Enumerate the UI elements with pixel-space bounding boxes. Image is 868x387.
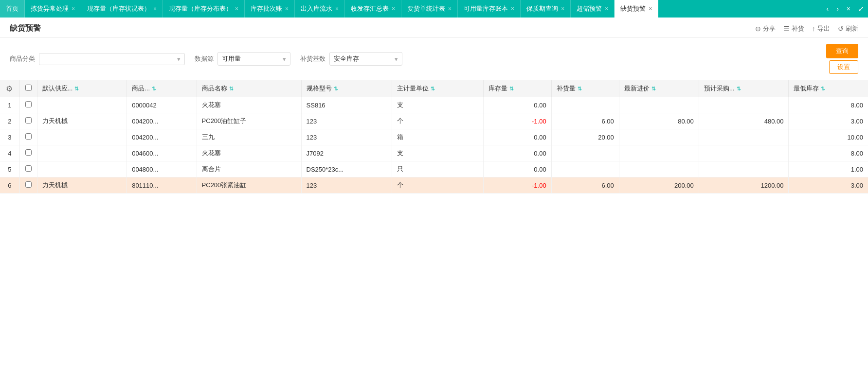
category-chevron-icon: ▾: [177, 55, 181, 63]
cell-latest-price-4: [619, 145, 699, 161]
cell-supplier-4: [37, 145, 127, 161]
settings-button[interactable]: 设置: [829, 60, 858, 74]
cell-min-stock-3: 10.00: [789, 129, 868, 145]
th-estimated: 预计采购... ⇅: [699, 80, 789, 97]
datasource-select[interactable]: 可用量 ▾: [217, 52, 290, 66]
sort-name-icon: ⇅: [229, 86, 234, 92]
tab-requisition[interactable]: 要货单统计表 ×: [401, 0, 458, 18]
cell-code-5: 004800...: [127, 161, 197, 177]
export-button[interactable]: ↑ 导出: [812, 24, 830, 33]
cell-replenish-qty-4: [551, 145, 619, 161]
cell-estimated-2: 480.00: [699, 113, 789, 129]
tab-close-expiry[interactable]: ×: [561, 5, 564, 12]
tab-home[interactable]: 首页: [0, 0, 25, 18]
row-checkbox-5[interactable]: [25, 165, 32, 172]
cell-latest-price-1: [619, 97, 699, 113]
table-row: 3 004200... 三九 123 箱 0.00 20.00 10.00: [0, 129, 868, 145]
table-container: ⚙ 默认供应... ⇅ 商品... ⇅: [0, 80, 868, 194]
replenish-button[interactable]: ☰ 补货: [783, 24, 804, 33]
cell-name-6: PC200张紧油缸: [197, 177, 301, 194]
tab-close-flow[interactable]: ×: [335, 5, 339, 12]
tab-overstock[interactable]: 超储预警 ×: [571, 0, 615, 18]
tab-close-inventory-dist[interactable]: ×: [235, 5, 238, 12]
refresh-button[interactable]: ↺ 刷新: [838, 24, 858, 33]
filter-actions: 查询 设置: [826, 44, 858, 74]
row-checkbox-cell-5: [19, 161, 37, 177]
tab-shortage[interactable]: 缺货预警 ×: [615, 0, 658, 18]
sort-spec-icon: ⇅: [334, 86, 338, 92]
tab-flow[interactable]: 出入库流水 ×: [295, 0, 345, 18]
cell-unit-4: 支: [392, 145, 484, 161]
table-header-row: ⚙ 默认供应... ⇅ 商品... ⇅: [0, 80, 868, 97]
replenish-select[interactable]: 安全库存 ▾: [329, 52, 402, 66]
replenish-select-value: 安全库存: [334, 54, 395, 63]
sort-stock[interactable]: 库存量 ⇅: [488, 84, 546, 93]
row-checkbox-cell-1: [19, 97, 37, 113]
cell-supplier-1: [37, 97, 127, 113]
row-checkbox-6[interactable]: [25, 181, 32, 188]
sort-stock-icon: ⇅: [509, 86, 514, 92]
replenish-label: 补货基数: [300, 54, 326, 63]
cell-min-stock-2: 3.00: [789, 113, 868, 129]
share-button[interactable]: ⊙ 分享: [755, 24, 776, 33]
th-replenish-qty: 补货量 ⇅: [551, 80, 619, 97]
sort-supplier[interactable]: 默认供应... ⇅: [42, 84, 122, 93]
tab-close-inventory-status[interactable]: ×: [153, 5, 157, 12]
cell-estimated-6: 1200.00: [699, 177, 789, 194]
cell-stock-1: 0.00: [484, 97, 551, 113]
sort-code-icon: ⇅: [152, 86, 156, 92]
sort-estimated[interactable]: 预计采购... ⇅: [704, 84, 784, 93]
cell-latest-price-5: [619, 161, 699, 177]
tab-picking[interactable]: 拣货异常处理 ×: [25, 0, 81, 18]
sort-name[interactable]: 商品名称 ⇅: [202, 84, 296, 93]
tab-inventory-dist[interactable]: 现存量（库存分布表） ×: [163, 0, 245, 18]
tab-close-picking[interactable]: ×: [72, 5, 75, 12]
tab-close-batch[interactable]: ×: [285, 5, 289, 12]
cell-replenish-qty-2: 6.00: [551, 113, 619, 129]
tab-summary[interactable]: 收发存汇总表 ×: [345, 0, 401, 18]
th-gear: ⚙: [0, 80, 19, 97]
category-select[interactable]: ▾: [39, 53, 185, 65]
sort-replenish-qty[interactable]: 补货量 ⇅: [557, 84, 614, 93]
cell-min-stock-4: 8.00: [789, 145, 868, 161]
sort-latest-price[interactable]: 最新进价 ⇅: [624, 84, 694, 93]
tab-nav-fullscreen[interactable]: ⤢: [854, 0, 868, 18]
tab-nav-next[interactable]: ›: [832, 0, 843, 18]
row-num-2: 2: [0, 113, 19, 129]
tab-close-requisition[interactable]: ×: [448, 5, 452, 12]
settings-gear-icon[interactable]: ⚙: [5, 84, 14, 93]
cell-estimated-4: [699, 145, 789, 161]
tab-close-overstock[interactable]: ×: [605, 5, 608, 12]
row-checkbox-2[interactable]: [25, 117, 32, 123]
cell-min-stock-6: 3.00: [789, 177, 868, 194]
replenish-chevron-icon: ▾: [395, 55, 398, 63]
tab-nav-prev[interactable]: ‹: [822, 0, 832, 18]
tab-available[interactable]: 可用量库存账本 ×: [458, 0, 521, 18]
sort-min-stock[interactable]: 最低库存 ⇅: [794, 84, 863, 93]
sort-spec[interactable]: 规格型号 ⇅: [307, 84, 387, 93]
th-min-stock: 最低库存 ⇅: [789, 80, 868, 97]
query-button[interactable]: 查询: [826, 44, 858, 58]
table-row: 6 力天机械 801110... PC200张紧油缸 123 个 -1.00 6…: [0, 177, 868, 194]
cell-unit-1: 支: [392, 97, 484, 113]
tab-inventory-status[interactable]: 现存量（库存状况表） ×: [81, 0, 163, 18]
header-actions: ⊙ 分享 ☰ 补货 ↑ 导出 ↺ 刷新: [755, 24, 858, 33]
row-checkbox-1[interactable]: [25, 101, 32, 107]
tab-expiry[interactable]: 保质期查询 ×: [521, 0, 571, 18]
select-all-checkbox[interactable]: [25, 85, 32, 91]
sort-latest-price-icon: ⇅: [651, 86, 656, 92]
tab-nav-close-all[interactable]: ×: [843, 0, 854, 18]
cell-unit-3: 箱: [392, 129, 484, 145]
tab-close-summary[interactable]: ×: [392, 5, 395, 12]
tab-bar: 首页 拣货异常处理 × 现存量（库存状况表） × 现存量（库存分布表） × 库存…: [0, 0, 868, 18]
tab-batch[interactable]: 库存批次账 ×: [245, 0, 295, 18]
th-unit: 主计量单位 ⇅: [392, 80, 484, 97]
table-row: 5 004800... 离合片 DS250*23c... 只 0.00 1.00: [0, 161, 868, 177]
sort-unit[interactable]: 主计量单位 ⇅: [397, 84, 479, 93]
row-checkbox-4[interactable]: [25, 149, 32, 156]
tab-close-available[interactable]: ×: [511, 5, 514, 12]
tab-close-shortage[interactable]: ×: [649, 5, 652, 12]
sort-code[interactable]: 商品... ⇅: [132, 84, 191, 93]
row-checkbox-3[interactable]: [25, 133, 32, 140]
cell-supplier-2: 力天机械: [37, 113, 127, 129]
